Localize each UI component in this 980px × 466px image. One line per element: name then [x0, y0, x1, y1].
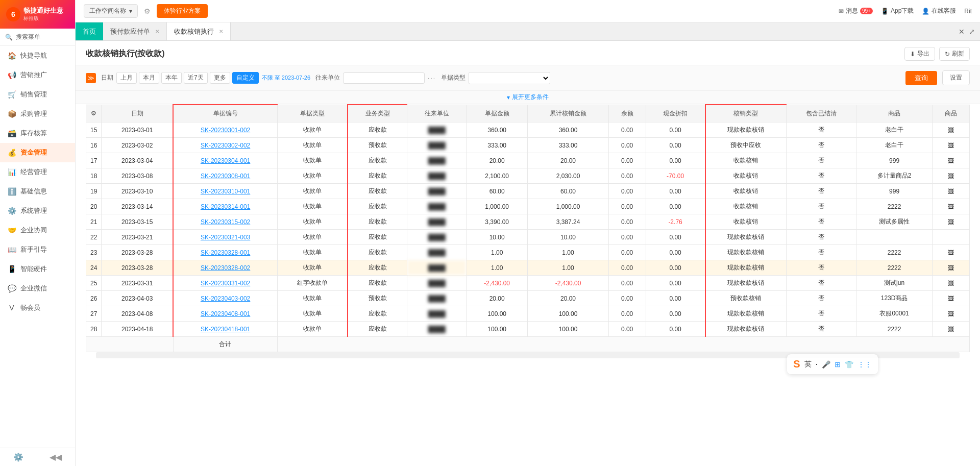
cell-discount: -70.00 [646, 168, 705, 184]
sidebar-item-wechat[interactable]: 💬 企业微信 [0, 279, 75, 298]
settings-button[interactable]: 设置 [942, 70, 970, 85]
solution-button[interactable]: 体验行业方案 [157, 4, 208, 18]
book-icon: 📖 [7, 246, 16, 254]
header-gear-icon[interactable]: ⚙ [144, 7, 151, 15]
bill-no-link[interactable]: SK-20230331-002 [201, 280, 250, 287]
workspace-selector[interactable]: 工作空间名称 ▾ [84, 4, 138, 18]
cell-bill-no[interactable]: SK-20230418-001 [173, 322, 277, 337]
cell-bill-no[interactable]: SK-20230304-001 [173, 153, 277, 168]
bill-no-link[interactable]: SK-20230328-002 [201, 264, 250, 272]
table-row: 242023-03-28SK-20230328-002收款单应收款████1.0… [86, 260, 970, 276]
export-button[interactable]: ⬇ 导出 [904, 47, 935, 61]
cell-bill-no[interactable]: SK-20230302-002 [173, 138, 277, 153]
online-service-btn[interactable]: 👤 在线客服 [922, 7, 956, 15]
sidebar-item-member[interactable]: V 畅会员 [0, 298, 75, 317]
bill-no-link[interactable]: SK-20230418-001 [201, 326, 250, 333]
bill-no-link[interactable]: SK-20230328-001 [201, 249, 250, 256]
cell-bill-no[interactable]: SK-20230314-001 [173, 199, 277, 214]
cell-bill-no[interactable]: SK-20230328-001 [173, 245, 277, 260]
sidebar-item-inventory[interactable]: 🗃️ 库存核算 [0, 124, 75, 143]
tab-prepay-close-icon[interactable]: ✕ [155, 29, 159, 34]
last-month-btn[interactable]: 上月 [116, 72, 137, 84]
bill-no-link[interactable]: SK-20230403-002 [201, 295, 250, 302]
sidebar-item-hardware[interactable]: 📱 智能硬件 [0, 259, 75, 279]
tab-collection-close-icon[interactable]: ✕ [219, 29, 223, 34]
sidebar-item-purchase[interactable]: 📦 采购管理 [0, 104, 75, 124]
partner-input[interactable] [343, 72, 425, 84]
tab-collection-label: 收款核销执行 [174, 27, 214, 36]
cell-goods: 2222 [856, 260, 933, 276]
cell-bill-no[interactable]: SK-20230321-003 [173, 230, 277, 245]
cell-date: 2023-03-28 [102, 245, 173, 260]
cell-bill-no[interactable]: SK-20230310-001 [173, 184, 277, 199]
custom-date-btn[interactable]: 自定义 [232, 72, 259, 84]
cell-biz-type: 应收款 [348, 199, 407, 214]
tab-prepay[interactable]: 预付款应付单 ✕ [103, 22, 167, 40]
cell-amount: 3,390.00 [466, 214, 527, 230]
collapse-icon[interactable]: ◀◀ [50, 452, 62, 462]
cell-verify-type: 收款核销 [705, 168, 787, 184]
bill-type-select[interactable] [469, 72, 550, 84]
cell-bill-no[interactable]: SK-20230331-002 [173, 276, 277, 291]
sidebar-item-label: 经营管理 [20, 167, 47, 177]
cell-bill-type: 收款单 [278, 230, 348, 245]
date-quick-btns: 上月 本月 本年 近7天 更多 自定义 [116, 72, 259, 84]
cell-no: 25 [86, 276, 102, 291]
bill-no-link[interactable]: SK-20230408-001 [201, 310, 250, 317]
last7-btn[interactable]: 近7天 [184, 72, 208, 84]
app-download-btn[interactable]: 📱 App下载 [881, 7, 914, 15]
this-month-btn[interactable]: 本月 [139, 72, 159, 84]
cell-bill-no[interactable]: SK-20230403-002 [173, 291, 277, 306]
filter-toggle-button[interactable]: ≫ [86, 73, 96, 83]
bill-no-link[interactable]: SK-20230302-002 [201, 142, 250, 149]
cell-amount: 10.00 [466, 230, 527, 245]
expand-conditions-btn[interactable]: ▾ 展开更多条件 [507, 93, 549, 102]
sidebar-item-finance[interactable]: 💰 资金管理 [0, 143, 75, 162]
bill-no-link[interactable]: SK-20230321-003 [201, 234, 250, 241]
sidebar-item-guide[interactable]: 📖 新手引导 [0, 240, 75, 259]
cell-bill-no[interactable]: SK-20230308-001 [173, 168, 277, 184]
tab-close-all-icon[interactable]: ✕ [959, 28, 965, 36]
message-btn[interactable]: ✉ 消息 99+ [839, 7, 873, 15]
cell-goods: 2222 [856, 245, 933, 260]
table-scrollbar[interactable] [96, 352, 960, 358]
cell-bill-no[interactable]: SK-20230315-002 [173, 214, 277, 230]
sidebar-item-sales[interactable]: 🛒 销售管理 [0, 85, 75, 104]
bill-no-link[interactable]: SK-20230310-001 [201, 188, 250, 195]
sidebar-item-marketing[interactable]: 📢 营销推广 [0, 65, 75, 85]
bill-no-link[interactable]: SK-20230315-002 [201, 218, 250, 226]
main-area: 工作空间名称 ▾ ⚙ 体验行业方案 ✉ 消息 99+ 📱 App下载 👤 在线客… [76, 0, 980, 466]
tab-collection[interactable]: 收款核销执行 ✕ [167, 22, 231, 40]
bill-no-link[interactable]: SK-20230314-001 [201, 203, 250, 210]
th-gear[interactable]: ⚙ [86, 105, 102, 122]
cell-goods: 测试多属性 [856, 214, 933, 230]
cell-bill-type: 收款单 [278, 153, 348, 168]
cell-balance: 0.00 [608, 168, 646, 184]
sidebar-search-area[interactable]: 🔍 搜索菜单 [0, 29, 75, 46]
tab-home[interactable]: 首页 [76, 22, 103, 40]
cell-bill-no[interactable]: SK-20230301-002 [173, 122, 277, 138]
this-year-btn[interactable]: 本年 [161, 72, 182, 84]
cell-bill-no[interactable]: SK-20230328-002 [173, 260, 277, 276]
bill-no-link[interactable]: SK-20230301-002 [201, 127, 250, 134]
tab-expand-icon[interactable]: ⤢ [969, 28, 975, 36]
user-avatar[interactable]: Rit [964, 8, 972, 15]
cell-biz-type: 应收款 [348, 184, 407, 199]
bill-no-link[interactable]: SK-20230308-001 [201, 173, 250, 180]
cell-verified: 1,000.00 [528, 199, 608, 214]
cell-bill-no[interactable]: SK-20230408-001 [173, 306, 277, 322]
tab-bar: 首页 预付款应付单 ✕ 收款核销执行 ✕ ✕ ⤢ [76, 22, 980, 41]
refresh-button[interactable]: ↻ 刷新 [939, 47, 970, 61]
expand-row: ▾ 展开更多条件 [76, 91, 980, 104]
sidebar-item-system[interactable]: ⚙️ 系统管理 [0, 201, 75, 220]
settings-bottom-icon[interactable]: ⚙️ [13, 452, 23, 462]
sidebar-item-basic[interactable]: ℹ️ 基础信息 [0, 182, 75, 201]
sidebar-item-label: 库存核算 [20, 129, 47, 138]
sidebar-item-quick[interactable]: 🏠 快捷导航 [0, 46, 75, 65]
sidebar-item-operation[interactable]: 📊 经营管理 [0, 162, 75, 182]
query-button[interactable]: 查询 [905, 71, 937, 85]
sidebar-item-cooperation[interactable]: 🤝 企业协同 [0, 220, 75, 240]
more-date-btn[interactable]: 更多 [210, 72, 230, 84]
bill-no-link[interactable]: SK-20230304-001 [201, 157, 250, 164]
search-menu-btn[interactable]: 🔍 搜索菜单 [5, 33, 70, 41]
